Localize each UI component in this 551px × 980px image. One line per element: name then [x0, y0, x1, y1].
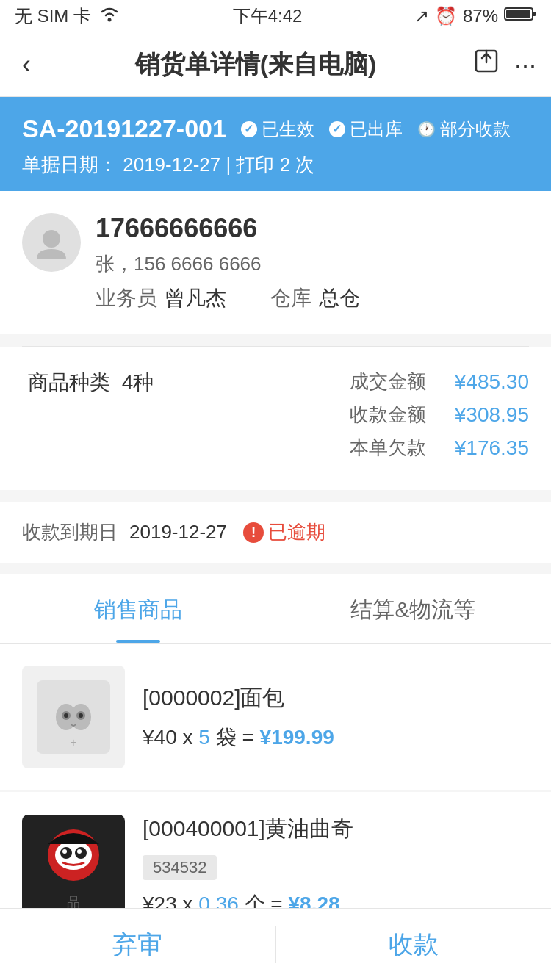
- order-id: SA-20191227-001: [22, 115, 226, 143]
- header-banner: SA-20191227-001 已生效 已出库 🕐 部分收款 单据日期： 201…: [0, 97, 551, 191]
- tabs-section: 销售商品 结算&物流等: [0, 574, 551, 644]
- collect-button[interactable]: 收款: [276, 913, 552, 976]
- overdue-text: 已逾期: [268, 519, 325, 545]
- received-row: 收款金额 ¥308.95: [350, 402, 529, 428]
- status-badge-partial: 🕐 部分收款: [417, 118, 511, 141]
- share-button[interactable]: [473, 48, 500, 81]
- price-multiply-1: x: [183, 726, 199, 749]
- price-equals-1: =: [242, 726, 259, 749]
- status-partial-label: 部分收款: [440, 118, 511, 141]
- back-button[interactable]: ‹: [15, 42, 38, 87]
- svg-point-19: [62, 849, 67, 854]
- product-image-1: +: [22, 666, 125, 768]
- overdue-badge: ! 已逾期: [243, 519, 325, 545]
- amount-row: 成交金额 ¥485.30: [350, 369, 529, 394]
- status-shipped-label: 已出库: [350, 118, 403, 141]
- sales-value: 曾凡杰: [165, 284, 226, 312]
- page-title: 销货单详情(来自电脑): [38, 48, 473, 82]
- product-image-2: 品: [22, 815, 125, 918]
- sales-label: 业务员: [96, 284, 157, 312]
- price-total-1: ¥199.99: [260, 726, 334, 749]
- nav-bar: ‹ 销货单详情(来自电脑) ···: [0, 32, 551, 97]
- summary-left: 商品种类 4种: [22, 369, 154, 397]
- amount-label: 成交金额: [350, 369, 426, 394]
- price-unit-1: ¥40: [143, 726, 177, 749]
- more-button[interactable]: ···: [514, 49, 536, 80]
- summary-right: 成交金额 ¥485.30 收款金额 ¥308.95 本单欠款 ¥176.35: [350, 369, 529, 468]
- svg-point-0: [108, 18, 112, 22]
- nav-actions: ···: [473, 48, 536, 81]
- due-label: 收款到期日: [22, 519, 118, 545]
- received-value: ¥308.95: [441, 403, 529, 427]
- status-time: 下午4:42: [233, 4, 303, 28]
- date-label: 单据日期：: [22, 154, 118, 176]
- kinds-label: 商品种类: [28, 371, 110, 394]
- products-section: + [0000002]面包 ¥40 x 5 袋 = ¥199.99: [0, 644, 551, 940]
- location-icon: ↗: [414, 6, 429, 26]
- customer-name-phone: 17666666666: [96, 213, 529, 244]
- tabs-row: 销售商品 结算&物流等: [0, 574, 551, 643]
- sim-label: 无 SIM 卡: [15, 4, 91, 28]
- customer-detail: 张，156 6666 6666: [96, 251, 529, 277]
- amount-value: ¥485.30: [441, 370, 529, 394]
- product-name-1: [0000002]面包: [143, 683, 529, 713]
- order-id-row: SA-20191227-001 已生效 已出库 🕐 部分收款: [22, 115, 529, 143]
- avatar: [22, 213, 81, 272]
- battery-icon: [504, 6, 536, 26]
- product-item-1: + [0000002]面包 ¥40 x 5 袋 = ¥199.99: [0, 644, 551, 790]
- received-label: 收款金额: [350, 402, 426, 428]
- header-date-row: 单据日期： 2019-12-27 | 打印 2 次: [22, 152, 529, 178]
- battery-label: 87%: [463, 6, 498, 26]
- debt-label: 本单欠款: [350, 435, 426, 461]
- svg-point-11: [64, 713, 68, 718]
- warehouse-label: 仓库: [270, 284, 311, 312]
- svg-point-12: [79, 713, 83, 718]
- tab-sales[interactable]: 销售商品: [0, 574, 276, 643]
- tab-settlement[interactable]: 结算&物流等: [276, 574, 551, 643]
- overdue-icon: !: [243, 522, 264, 543]
- status-badge-shipped: 已出库: [329, 118, 403, 141]
- customer-meta: 业务员 曾凡杰 仓库 总仓: [96, 284, 529, 312]
- svg-text:+: +: [70, 736, 76, 749]
- svg-rect-2: [533, 12, 536, 16]
- status-badge-effective: 已生效: [241, 118, 314, 141]
- print-info: | 打印 2 次: [226, 154, 314, 176]
- product-info-1: [0000002]面包 ¥40 x 5 袋 = ¥199.99: [143, 683, 529, 752]
- check-icon-2: [329, 121, 345, 137]
- status-right: ↗ ⏰ 87%: [414, 6, 536, 26]
- product-name-2: [000400001]黄油曲奇: [143, 814, 529, 844]
- clock-icon: 🕐: [417, 120, 436, 138]
- svg-rect-3: [506, 10, 530, 18]
- wifi-icon: [98, 6, 120, 26]
- due-section: 收款到期日 2019-12-27 ! 已逾期: [0, 502, 551, 563]
- svg-text:品: 品: [67, 895, 80, 909]
- status-effective-label: 已生效: [262, 118, 314, 141]
- customer-info: 17666666666 张，156 6666 6666 业务员 曾凡杰 仓库 总…: [96, 213, 529, 312]
- product-info-2: [000400001]黄油曲奇 534532 ¥23 x 0.36 个 = ¥8…: [143, 814, 529, 918]
- price-quantity-1: 5: [198, 726, 210, 749]
- status-bar: 无 SIM 卡 下午4:42 ↗ ⏰ 87%: [0, 0, 551, 32]
- product-placeholder-icon-1: +: [37, 680, 110, 754]
- avatar-icon: [33, 224, 70, 261]
- status-left: 无 SIM 卡: [15, 4, 120, 28]
- bottom-bar: 弃审 收款: [0, 908, 551, 980]
- price-unit-label-1: 袋: [216, 726, 237, 749]
- product-price-line-1: ¥40 x 5 袋 = ¥199.99: [143, 724, 529, 752]
- due-date-value: 2019-12-27: [129, 521, 227, 544]
- product-kinds: 商品种类 4种: [22, 369, 154, 397]
- warehouse-meta: 仓库 总仓: [270, 284, 360, 312]
- summary-section: 商品种类 4种 成交金额 ¥485.30 收款金额 ¥308.95 本单欠款 ¥…: [0, 347, 551, 490]
- customer-section: 17666666666 张，156 6666 6666 业务员 曾凡杰 仓库 总…: [0, 191, 551, 334]
- svg-point-20: [77, 849, 82, 854]
- sales-meta: 业务员 曾凡杰: [96, 284, 226, 312]
- debt-row: 本单欠款 ¥176.35: [350, 435, 529, 461]
- alarm-icon: ⏰: [435, 6, 457, 26]
- order-date: 2019-12-27: [123, 154, 220, 176]
- debt-value: ¥176.35: [441, 436, 529, 460]
- warehouse-value: 总仓: [319, 284, 360, 312]
- check-icon-1: [241, 121, 257, 137]
- sku-badge-2: 534532: [143, 855, 217, 880]
- reject-button[interactable]: 弃审: [0, 913, 276, 976]
- svg-point-5: [43, 230, 60, 248]
- kinds-value: 4种: [122, 371, 154, 394]
